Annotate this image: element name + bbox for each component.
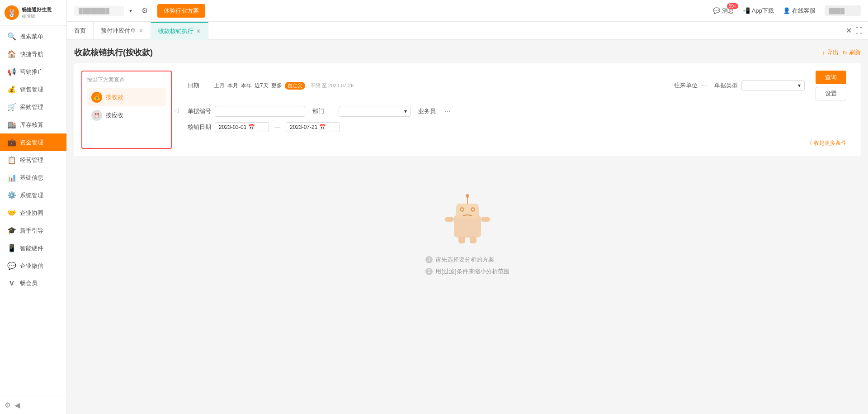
- counterpart-label: 往来单位: [674, 81, 698, 90]
- tab-prepay-offset-label: 预付冲应付单: [101, 27, 136, 35]
- top-header: ████████ ▾ ⚙ 休验行业方案 💬 消息 99+ 📲 App下载 👤 在…: [67, 0, 868, 22]
- counterpart-more-btn[interactable]: ···: [701, 81, 707, 90]
- service-icon: 👤: [783, 7, 790, 14]
- purchase-icon: 🛒: [7, 103, 16, 111]
- sidebar-label-enterprise-coop: 企业协同: [20, 209, 43, 217]
- shortcut-7days[interactable]: 近7天: [255, 82, 269, 90]
- refresh-btn[interactable]: ↻ 刷新: [842, 48, 861, 57]
- sidebar-label-system: 系统管理: [20, 191, 43, 200]
- header-settings-icon[interactable]: ⚙: [137, 4, 152, 18]
- doc-type-select[interactable]: ▾: [741, 80, 805, 91]
- filter-panel: 按以下方案查询 💰 按收款 ⏰ 按应收 ◁: [74, 63, 861, 156]
- header-dropdown-icon[interactable]: ▾: [129, 8, 132, 14]
- system-icon: ⚙️: [7, 191, 16, 200]
- filter-collapse-btn[interactable]: ◁: [172, 71, 180, 149]
- sidebar-item-basic[interactable]: 📊 基础信息: [0, 169, 66, 186]
- sidebar-item-inventory[interactable]: 🏬 库存核算: [0, 116, 66, 133]
- sidebar-collapse-icon[interactable]: ◀: [14, 401, 20, 409]
- date-label: 日期: [188, 81, 210, 90]
- salesperson-field: 业务员 ···: [418, 107, 450, 115]
- doc-no-field: 单据编号: [188, 106, 305, 117]
- sidebar-item-quick-nav[interactable]: 🏠 快捷导航: [0, 45, 66, 63]
- sidebar-item-marketing[interactable]: 📢 营销推广: [0, 63, 66, 81]
- sidebar-item-smart-hw[interactable]: 📱 智能硬件: [0, 239, 66, 257]
- query-btn[interactable]: 查询: [816, 71, 846, 84]
- shortcut-more[interactable]: 更多: [271, 82, 282, 90]
- filter-option-by-receipt[interactable]: 💰 按收款: [87, 88, 166, 106]
- marketing-icon: 📢: [7, 67, 16, 76]
- sidebar-label-sales: 销售管理: [20, 86, 43, 94]
- svg-rect-10: [458, 237, 465, 243]
- svg-rect-1: [456, 204, 479, 219]
- tab-prepay-offset[interactable]: 预付冲应付单 ✕: [94, 22, 151, 40]
- tab-prepay-offset-close[interactable]: ✕: [139, 28, 143, 34]
- industry-btn[interactable]: 休验行业方案: [157, 4, 205, 18]
- page-actions: ↑ 导出 ↻ 刷新: [822, 48, 861, 57]
- tip-num-2: 2: [425, 268, 433, 275]
- filter-row-1: 日期 上月 本月 本年 近7天 更多 自定义 不限 至 2023-07-26: [188, 71, 846, 100]
- header-msg[interactable]: 💬 消息 99+: [713, 7, 734, 15]
- by-receipt-label: 按收款: [106, 93, 123, 101]
- tip-num-1: 1: [425, 256, 433, 263]
- sidebar-item-fund[interactable]: 💼 资金管理: [0, 133, 66, 151]
- page-title: 收款核销执行(按收款): [74, 47, 153, 58]
- salesperson-more-btn[interactable]: ···: [444, 107, 450, 115]
- by-receipt-icon: 💰: [91, 92, 102, 103]
- header-app[interactable]: 📲 App下载: [743, 7, 774, 15]
- tab-receipt-writeoff-close[interactable]: ✕: [196, 28, 201, 34]
- msg-icon: 💬: [713, 7, 720, 14]
- writeoff-date-end-value: 2023-07-21: [290, 124, 317, 130]
- sidebar-item-biz[interactable]: 📋 经营管理: [0, 151, 66, 169]
- settings-btn[interactable]: 设置: [816, 87, 846, 100]
- header-user[interactable]: ████: [825, 5, 861, 16]
- doc-type-chevron: ▾: [798, 82, 801, 89]
- empty-tip-2: 2 用[过滤]条件来缩小分析范围: [425, 266, 509, 277]
- logo-icon: 🐰: [5, 5, 19, 20]
- header-service[interactable]: 👤 在线客服: [783, 7, 816, 15]
- more-conditions-toggle[interactable]: 《 收起更多条件: [188, 138, 846, 149]
- guide-icon: 🎓: [7, 226, 16, 235]
- shortcut-custom[interactable]: 自定义: [285, 82, 305, 90]
- tab-receipt-writeoff[interactable]: 收款核销执行 ✕: [151, 22, 208, 40]
- tab-close-all-icon[interactable]: ✕: [846, 26, 852, 35]
- filter-option-by-receivable[interactable]: ⏰ 按应收: [87, 106, 166, 124]
- filter-row-2: 单据编号 部门 ▾ 业务员 ···: [188, 106, 846, 117]
- shortcut-last-month[interactable]: 上月: [214, 82, 225, 90]
- tab-home[interactable]: 首页: [67, 22, 94, 40]
- filter-left-title: 按以下方案查询: [87, 76, 166, 84]
- biz-icon: 📋: [7, 156, 16, 164]
- shortcut-this-year[interactable]: 本年: [241, 82, 252, 90]
- empty-state-illustration: [440, 192, 495, 247]
- quick-nav-icon: 🏠: [7, 50, 16, 58]
- sidebar-item-enterprise-coop[interactable]: 🤝 企业协同: [0, 204, 66, 222]
- smart-hw-icon: 📱: [7, 244, 16, 252]
- sidebar-item-guide[interactable]: 🎓 新手引导: [0, 222, 66, 239]
- sidebar-item-search-menu[interactable]: 🔍 搜索菜单: [0, 28, 66, 45]
- writeoff-date-end-input[interactable]: 2023-07-21 📅: [286, 122, 340, 132]
- tab-bar-actions: ✕ ⛶: [840, 26, 868, 35]
- writeoff-date-start-input[interactable]: 2023-03-01 📅: [215, 122, 269, 132]
- app-icon: 📲: [743, 7, 750, 14]
- shortcut-this-month[interactable]: 本月: [227, 82, 238, 90]
- fund-icon: 💼: [7, 138, 16, 147]
- page-content: 收款核销执行(按收款) ↑ 导出 ↻ 刷新 按以下方案查询: [67, 40, 868, 414]
- inventory-icon: 🏬: [7, 120, 16, 129]
- sidebar-item-wechat[interactable]: 💬 企业微信: [0, 257, 66, 275]
- sidebar-item-member[interactable]: V 畅会员: [0, 275, 66, 292]
- sidebar-label-basic: 基础信息: [20, 174, 43, 182]
- tab-home-label: 首页: [74, 27, 86, 35]
- svg-rect-8: [445, 217, 454, 222]
- date-unlimited-text: 不限 至 2023-07-26: [311, 82, 354, 89]
- sidebar-label-fund: 资金管理: [20, 138, 43, 147]
- sidebar-label-purchase: 采购管理: [20, 103, 43, 111]
- doc-type-label: 单据类型: [714, 81, 738, 90]
- sidebar-item-sales[interactable]: 💰 销售管理: [0, 81, 66, 98]
- export-btn[interactable]: ↑ 导出: [822, 48, 839, 57]
- sidebar-item-system[interactable]: ⚙️ 系统管理: [0, 186, 66, 204]
- dept-select[interactable]: ▾: [339, 106, 411, 117]
- tab-fullscreen-icon[interactable]: ⛶: [855, 27, 863, 35]
- sidebar-settings-icon[interactable]: ⚙: [5, 401, 11, 409]
- header-brand: ████████: [74, 6, 124, 16]
- sidebar-item-purchase[interactable]: 🛒 采购管理: [0, 98, 66, 116]
- doc-no-input[interactable]: [215, 106, 305, 117]
